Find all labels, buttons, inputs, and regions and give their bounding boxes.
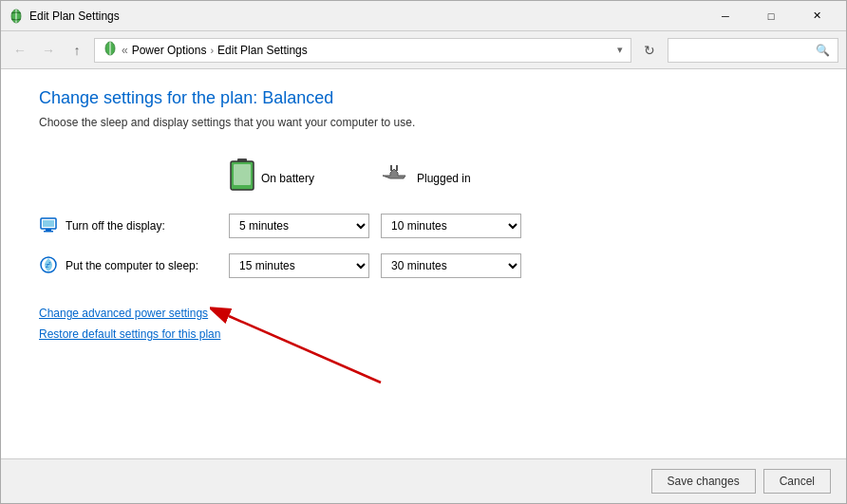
window-title: Edit Plan Settings [29,9,704,23]
sleep-label-text: Put the computer to sleep: [66,259,198,272]
close-button[interactable]: ✕ [795,1,838,31]
links-section: Change advanced power settings Restore d… [39,307,808,341]
search-box[interactable]: 🔍 [668,38,838,63]
svg-rect-6 [234,164,251,185]
window-controls: ─ □ ✕ [704,1,838,31]
plan-title: Change settings for the plan: Balanced [39,88,808,108]
restore-defaults-link[interactable]: Restore default settings for this plan [39,327,808,341]
column-headers: On battery Plugged in [39,158,571,198]
search-icon: 🔍 [816,44,830,57]
save-button[interactable]: Save changes [651,469,756,494]
display-plugged-select[interactable]: 1 minute 2 minutes 3 minutes 5 minutes 1… [381,214,521,238]
display-setting-row: Turn off the display: 1 minute 2 minutes… [39,214,571,238]
breadcrumb-current: Edit Plan Settings [217,44,308,57]
bottom-bar: Save changes Cancel [1,458,846,503]
display-battery-select[interactable]: 1 minute 2 minutes 3 minutes 5 minutes 1… [229,214,369,238]
back-button[interactable]: ← [9,39,31,62]
sleep-icon: z z [39,255,58,277]
breadcrumb-icon [103,41,118,59]
svg-rect-12 [44,231,53,233]
sleep-label: z z Put the computer to sleep: [39,255,229,277]
svg-line-18 [229,316,381,383]
plan-subtitle: Choose the sleep and display settings th… [39,116,808,129]
sleep-setting-row: z z Put the computer to sleep: 1 minute … [39,253,571,278]
maximize-button[interactable]: □ [749,1,793,31]
svg-rect-3 [109,42,111,55]
sleep-battery-select[interactable]: 1 minute 2 minutes 3 minutes 5 minutes 1… [229,253,369,278]
main-window: Edit Plan Settings ─ □ ✕ ← → ↑ « Power O… [0,0,847,504]
forward-button[interactable]: → [37,39,60,62]
display-battery-dropdown-wrapper: 1 minute 2 minutes 3 minutes 5 minutes 1… [229,214,369,238]
advanced-settings-link[interactable]: Change advanced power settings [39,307,808,320]
settings-table: On battery Plugged in [39,158,571,278]
breadcrumb-text: Power Options [132,44,207,57]
battery-column-label: On battery [261,172,314,185]
display-label: Turn off the display: [39,215,229,237]
svg-rect-1 [15,9,17,23]
address-dropdown-button[interactable]: ▾ [617,44,623,56]
breadcrumb-separator: « [122,44,128,57]
svg-rect-13 [43,220,54,227]
sleep-plugged-select[interactable]: 1 minute 2 minutes 3 minutes 5 minutes 1… [381,253,521,278]
title-bar: Edit Plan Settings ─ □ ✕ [1,1,846,31]
sleep-battery-dropdown-wrapper: 1 minute 2 minutes 3 minutes 5 minutes 1… [229,253,369,278]
battery-column-header: On battery [229,158,381,198]
address-path[interactable]: « Power Options › Edit Plan Settings ▾ [94,38,631,63]
display-icon [39,215,58,237]
breadcrumb-arrow: › [210,45,214,56]
minimize-button[interactable]: ─ [704,1,747,31]
plugged-column-header: Plugged in [381,161,533,196]
up-button[interactable]: ↑ [66,39,88,62]
refresh-button[interactable]: ↻ [637,38,662,63]
main-content: Change settings for the plan: Balanced C… [1,69,846,458]
address-bar: ← → ↑ « Power Options › Edit Plan Settin… [1,31,846,69]
display-label-text: Turn off the display: [66,219,165,233]
svg-rect-11 [46,229,51,231]
cancel-button[interactable]: Cancel [763,469,831,494]
sleep-plugged-dropdown-wrapper: 1 minute 2 minutes 3 minutes 5 minutes 1… [381,253,521,278]
plugged-column-label: Plugged in [417,172,471,185]
window-icon [9,9,24,24]
plugged-icon [381,161,411,196]
battery-icon [229,158,255,198]
display-plugged-dropdown-wrapper: 1 minute 2 minutes 3 minutes 5 minutes 1… [381,214,521,238]
